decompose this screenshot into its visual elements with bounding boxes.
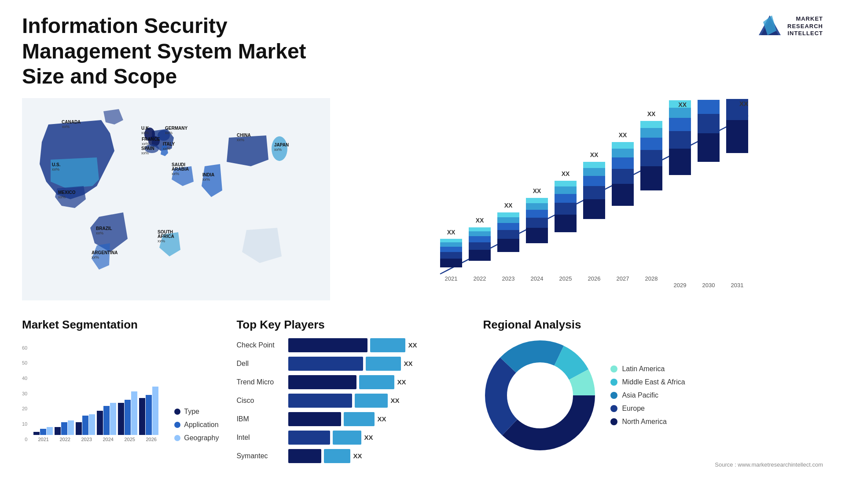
svg-rect-47: [440, 239, 462, 242]
svg-text:xx%: xx%: [163, 146, 170, 151]
svg-text:CHINA: CHINA: [237, 133, 251, 138]
svg-rect-81: [583, 168, 605, 176]
svg-text:FRANCE: FRANCE: [142, 137, 160, 142]
legend-north-america: North America: [610, 418, 685, 426]
svg-rect-53: [469, 231, 491, 236]
svg-text:xx%: xx%: [158, 239, 165, 243]
svg-text:2021: 2021: [445, 275, 458, 282]
svg-rect-79: [583, 186, 605, 199]
svg-rect-94: [640, 138, 662, 150]
svg-text:XX: XX: [739, 100, 748, 107]
svg-text:2022: 2022: [474, 275, 486, 282]
svg-text:XX: XX: [619, 131, 627, 139]
svg-text:2023: 2023: [502, 275, 515, 282]
svg-point-119: [509, 365, 571, 426]
svg-rect-73: [555, 194, 577, 203]
svg-rect-101: [669, 118, 691, 131]
svg-text:xx%: xx%: [141, 131, 149, 135]
svg-rect-108: [698, 100, 720, 114]
svg-rect-50: [469, 250, 491, 261]
svg-rect-61: [497, 212, 519, 217]
svg-text:U.K.: U.K.: [141, 126, 150, 131]
svg-text:xx%: xx%: [92, 255, 99, 259]
svg-rect-82: [583, 162, 605, 168]
logo-text: MARKETRESEARCHINTELLECT: [787, 15, 823, 38]
svg-rect-52: [469, 236, 491, 242]
svg-text:2031: 2031: [731, 282, 744, 289]
svg-rect-85: [612, 184, 634, 206]
svg-text:XX: XX: [590, 151, 599, 158]
svg-text:INDIA: INDIA: [202, 172, 214, 177]
svg-rect-96: [640, 121, 662, 128]
svg-rect-68: [526, 198, 548, 203]
svg-rect-43: [440, 259, 462, 267]
svg-rect-44: [440, 252, 462, 259]
svg-text:2029: 2029: [674, 282, 687, 289]
svg-rect-80: [583, 176, 605, 186]
svg-rect-51: [469, 242, 491, 250]
svg-text:XX: XX: [476, 217, 484, 224]
header: Information Security Management System M…: [22, 13, 823, 89]
players-section: Top Key Players Check Point XX Dell XX: [236, 318, 465, 467]
svg-text:SPAIN: SPAIN: [141, 146, 154, 151]
svg-text:XX: XX: [647, 110, 656, 117]
svg-rect-72: [555, 203, 577, 215]
player-row: Cisco XX: [236, 394, 465, 408]
svg-rect-88: [612, 149, 634, 157]
svg-rect-110: [726, 120, 748, 153]
logo: MARKETRESEARCHINTELLECT: [757, 13, 823, 40]
svg-rect-87: [612, 157, 634, 169]
svg-text:XX: XX: [678, 101, 687, 108]
svg-text:XX: XX: [504, 202, 513, 209]
svg-rect-107: [698, 114, 720, 133]
svg-text:XX: XX: [533, 187, 541, 194]
svg-text:XX: XX: [562, 170, 570, 177]
svg-rect-60: [497, 217, 519, 223]
player-row: Symantec XX: [236, 449, 465, 463]
svg-rect-59: [497, 223, 519, 230]
svg-rect-78: [583, 199, 605, 219]
svg-text:XX: XX: [447, 229, 456, 236]
svg-rect-54: [469, 227, 491, 231]
seg-bars: [33, 338, 161, 435]
svg-text:xx%: xx%: [202, 177, 210, 182]
svg-rect-67: [526, 203, 548, 210]
svg-rect-46: [440, 242, 462, 247]
svg-text:2026: 2026: [588, 275, 601, 282]
bottom-section: Market Segmentation 60 50 40 30 20 10 0: [22, 318, 823, 468]
player-row: Trend Micro XX: [236, 375, 465, 389]
svg-text:xx%: xx%: [96, 231, 103, 235]
donut-chart: [483, 338, 597, 453]
svg-rect-92: [640, 166, 662, 190]
legend-latin-america: Latin America: [610, 365, 685, 373]
svg-text:2025: 2025: [559, 275, 572, 282]
svg-rect-65: [526, 218, 548, 228]
svg-text:2024: 2024: [531, 275, 544, 282]
svg-rect-64: [526, 228, 548, 243]
bar-chart-svg: XX 2021 XX 2022 XX 2023: [348, 98, 823, 300]
segmentation-section: Market Segmentation 60 50 40 30 20 10 0: [22, 318, 219, 442]
player-row: Dell XX: [236, 357, 465, 371]
svg-rect-95: [640, 128, 662, 138]
svg-rect-100: [669, 131, 691, 149]
svg-text:GERMANY: GERMANY: [165, 126, 187, 131]
svg-text:MEXICO: MEXICO: [58, 190, 76, 195]
world-map: CANADA xx% U.S. xx% MEXICO xx% BRAZIL xx…: [22, 98, 330, 300]
svg-rect-57: [497, 239, 519, 252]
player-row: Check Point XX: [236, 338, 465, 352]
svg-rect-106: [698, 133, 720, 162]
growth-chart: XX 2021 XX 2022 XX 2023: [348, 98, 823, 300]
svg-text:JAPAN: JAPAN: [274, 142, 289, 147]
legend-europe: Europe: [610, 405, 685, 413]
donut-area: Latin America Middle East & Africa Asia …: [483, 338, 823, 453]
page-title: Information Security Management System M…: [22, 13, 352, 89]
regional-section: Regional Analysis: [483, 318, 823, 468]
legend-middle-east: Middle East & Africa: [610, 378, 685, 386]
legend-asia-pacific: Asia Pacific: [610, 391, 685, 399]
svg-text:xx%: xx%: [58, 195, 66, 199]
svg-text:xx%: xx%: [237, 138, 244, 142]
svg-rect-74: [555, 186, 577, 194]
legend-geography: Geography: [174, 434, 219, 442]
svg-text:ARABIA: ARABIA: [172, 167, 189, 172]
svg-text:xx%: xx%: [274, 147, 282, 152]
